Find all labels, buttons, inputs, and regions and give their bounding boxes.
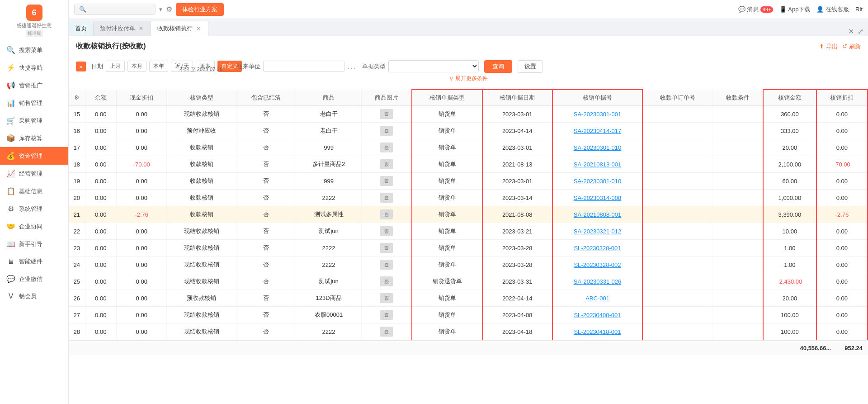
sidebar-item-2[interactable]: 📢营销推广 [0,76,68,94]
sidebar-item-5[interactable]: 📦库存核算 [0,129,68,147]
date-btn-this-year[interactable]: 本年 [149,61,168,72]
row-doc-no-10[interactable]: SA-20230331-026 [552,273,643,290]
app-download-link[interactable]: 📱 App下载 [779,5,810,14]
row-type-5: 收款核销 [167,190,236,206]
sidebar-item-3[interactable]: 📊销售管理 [0,94,68,112]
row-img-5: 🖼 [361,190,412,206]
row-product-2: 999 [296,139,361,156]
row-doc-date-1: 2023-04-14 [482,123,552,139]
row-order-no-6 [642,206,712,223]
row-amount-12: 100.00 [763,307,816,323]
sidebar-item-14[interactable]: V畅会员 [0,288,68,305]
app-logo-icon: 6 [26,5,42,21]
single-type-select[interactable] [388,60,479,72]
sidebar-item-9[interactable]: ⚙系统管理 [0,200,68,218]
table-row: 19 0.00 0.00 收款核销 否 999 🖼 销货单 2023-03-01… [69,173,868,190]
table-row: 25 0.00 0.00 现结收款核销 否 测试jun 🖼 销货退货单 2023… [69,273,868,290]
col-gear[interactable]: ⚙ [69,90,85,106]
row-product-9: 2222 [296,257,361,273]
close-all-tabs-icon[interactable]: ✕ [848,27,854,36]
col-included: 包含已结清 [236,90,296,106]
tab-close-btn-2[interactable]: ✕ [195,25,202,32]
message-icon[interactable]: 💬 消息 99+ [738,5,774,14]
row-type-1: 预付冲应收 [167,123,236,139]
filter-collapse-btn[interactable]: » [76,62,86,71]
row-product-10: 测试jun [296,273,361,290]
sidebar-item-1[interactable]: ⚡快捷导航 [0,59,68,76]
row-doc-no-8[interactable]: SL-20230328-001 [552,240,643,257]
row-img-11: 🖼 [361,290,412,307]
row-included-4: 否 [236,173,296,190]
tab-2[interactable]: 收款核销执行✕ [151,21,208,36]
row-amount-10: -2,430.00 [763,273,816,290]
row-order-no-13 [642,323,712,340]
date-btn-last-month[interactable]: 上月 [106,61,125,72]
product-img-cell: 🖼 [380,176,393,186]
row-doc-no-0[interactable]: SA-20230301-001 [552,106,643,123]
row-balance-2: 0.00 [85,139,116,156]
export-button[interactable]: ⬆ 导出 [819,43,838,51]
sidebar-item-0[interactable]: 🔍搜索菜单 [0,41,68,59]
row-num-6: 21 [69,206,85,223]
row-cash-discount-3: -70.00 [116,156,166,173]
query-button[interactable]: 查询 [484,60,512,73]
row-doc-no-7[interactable]: SA-20230321-012 [552,223,643,240]
row-doc-no-4[interactable]: SA-20230301-010 [552,173,643,190]
row-balance-8: 0.00 [85,240,116,257]
row-doc-no-12[interactable]: SL-20230408-001 [552,307,643,323]
row-doc-no-13[interactable]: SL-20230418-001 [552,323,643,340]
sidebar-item-12[interactable]: 🖥智能硬件 [0,253,68,270]
row-num-4: 19 [69,173,85,190]
sidebar-item-10[interactable]: 🤝企业协同 [0,218,68,235]
table-row: 26 0.00 0.00 预收款核销 否 123D商品 🖼 销货单 2022-0… [69,290,868,307]
settings-button[interactable]: 设置 [518,60,543,73]
refresh-button[interactable]: ↺ 刷新 [842,43,861,51]
topbar-expand-icon[interactable]: ▾ [159,6,162,13]
expand-more-button[interactable]: ∨ 展开更多条件 [449,75,488,82]
industry-solution-button[interactable]: 体验行业方案 [176,3,224,16]
row-product-0: 老白干 [296,106,361,123]
sidebar-item-4[interactable]: 🛒采购管理 [0,112,68,129]
tab-0[interactable]: 首页 [69,21,94,36]
sidebar-item-6[interactable]: 💰资金管理 [0,147,68,165]
row-amount-6: 3,390.00 [763,206,816,223]
from-unit-input[interactable] [263,61,344,72]
row-doc-no-5[interactable]: SA-20230314-008 [552,190,643,206]
product-img-cell: 🖼 [380,293,393,303]
online-service-link[interactable]: 👤 在线客服 [816,5,849,14]
row-doc-no-6[interactable]: SA-20210808-001 [552,206,643,223]
row-doc-no-11[interactable]: ABC-001 [552,290,643,307]
product-img-cell: 🖼 [380,243,393,253]
sidebar-item-icon-7: 📈 [6,169,15,178]
row-cash-discount-5: 0.00 [116,190,166,206]
sidebar-item-11[interactable]: 📖新手引导 [0,235,68,253]
tab-1[interactable]: 预付冲应付单✕ [94,21,151,36]
topbar-gear-icon[interactable]: ⚙ [166,5,172,14]
sidebar-item-icon-9: ⚙ [6,204,15,213]
product-img-cell: 🖼 [380,109,393,119]
row-doc-type-12: 销货单 [412,307,482,323]
row-included-5: 否 [236,190,296,206]
row-product-1: 老白干 [296,123,361,139]
row-cash-discount-0: 0.00 [116,106,166,123]
row-condition-10 [712,273,763,290]
sidebar-item-label-6: 资金管理 [19,152,42,160]
row-doc-no-9[interactable]: SL-20230328-002 [552,257,643,273]
row-img-13: 🖼 [361,323,412,340]
sidebar-item-7[interactable]: 📈经营管理 [0,165,68,182]
row-order-no-8 [642,240,712,257]
expand-tabs-icon[interactable]: ⤢ [858,27,863,36]
sidebar-item-13[interactable]: 💬企业微信 [0,270,68,288]
date-btn-this-month[interactable]: 本月 [127,61,146,72]
sidebar-item-8[interactable]: 📋基础信息 [0,182,68,200]
row-type-4: 收款核销 [167,173,236,190]
sidebar-item-label-9: 系统管理 [19,205,42,213]
row-product-8: 2222 [296,240,361,257]
tab-close-btn-1[interactable]: ✕ [138,25,144,32]
row-doc-no-2[interactable]: SA-20230301-010 [552,139,643,156]
row-amount-7: 10.00 [763,223,816,240]
row-doc-type-7: 销货单 [412,223,482,240]
row-doc-no-1[interactable]: SA-20230414-017 [552,123,643,139]
row-doc-date-2: 2023-03-01 [482,139,552,156]
row-doc-no-3[interactable]: SA-20210813-001 [552,156,643,173]
